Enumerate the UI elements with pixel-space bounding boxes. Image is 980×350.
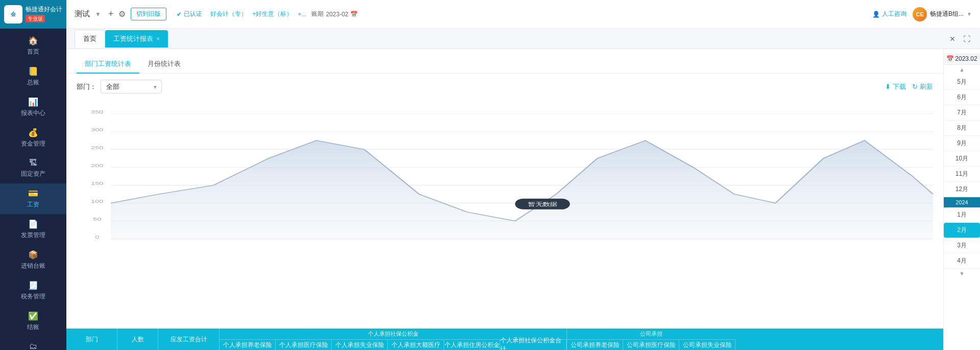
sidebar-item-funds[interactable]: 💰 资金管理	[0, 123, 66, 153]
topbar-dropdown-arrow[interactable]: ▼	[95, 11, 101, 18]
date-up-arrow[interactable]: ▲	[958, 65, 967, 75]
col-count: 人数	[117, 329, 158, 350]
topbar-add-button[interactable]: +	[108, 9, 114, 19]
svg-text:300: 300	[91, 127, 104, 133]
funds-icon: 💰	[28, 128, 38, 137]
sidebar-item-archive[interactable]: 🗂 归档管理	[0, 337, 66, 350]
sidebar: 会 畅捷通好会计 专业版 🏠 首页 📒 总账 📊 报表中心 💰 资金管理 🏗 固…	[0, 0, 66, 350]
topbar-title: 测试	[75, 9, 90, 19]
dept-select-wrapper: 全部	[101, 80, 162, 94]
sidebar-nav: 🏠 首页 📒 总账 📊 报表中心 💰 资金管理 🏗 固定资产 💳 工资 📄 发票…	[0, 29, 66, 350]
subtab-monthly[interactable]: 月份统计表	[139, 55, 189, 74]
sidebar-item-assets[interactable]: 🏗 固定资产	[0, 153, 66, 183]
sidebar-item-salary[interactable]: 💳 工资	[0, 183, 66, 214]
date-panel-icon: 📅	[946, 55, 954, 62]
refresh-button[interactable]: ↻ 刷新	[912, 82, 933, 91]
col-personal-total: 个人承担社保公积金合计	[500, 340, 567, 350]
logo-icon: 会	[4, 5, 22, 24]
invoice-icon: 📄	[28, 219, 38, 229]
date-month-11[interactable]: 11月	[944, 167, 980, 182]
tabbar: 首页 工资统计报表 × ✕ ⛶	[66, 29, 980, 49]
topbar-good-accounting: 好会计（专）	[210, 10, 247, 18]
date-panel-header: 📅 2023.02	[944, 53, 980, 65]
svg-text:250: 250	[91, 145, 104, 151]
date-month-9[interactable]: 9月	[944, 136, 980, 151]
svg-text:200: 200	[91, 163, 104, 169]
dept-label: 部门：	[77, 82, 96, 91]
svg-text:150: 150	[91, 181, 104, 186]
date-2024-month-1[interactable]: 1月	[944, 207, 980, 223]
tab-close-button[interactable]: ×	[156, 35, 160, 42]
switch-old-mode-button[interactable]: 切到旧版	[131, 8, 166, 20]
topbar-settings-button[interactable]: ⚙	[118, 9, 126, 19]
date-month-6[interactable]: 6月	[944, 90, 980, 105]
tab-home[interactable]: 首页	[75, 30, 105, 48]
checkout-icon: ✅	[28, 311, 38, 321]
chart-area: 0 50 100 150 200 250 300 350	[66, 100, 943, 329]
col-dept: 部门	[66, 329, 117, 350]
table-header-row: 部门 人数 应发工资合计 个人承担社保公积金 个人承担养老保险 个人承担医疗保险…	[66, 329, 943, 350]
content-area: 部门工资统计表 月份统计表 部门： 全部	[66, 49, 980, 350]
sidebar-item-home[interactable]: 🏠 首页	[0, 31, 66, 61]
archive-icon: 🗂	[29, 342, 37, 350]
topbar-more: +...	[298, 11, 306, 18]
sidebar-item-tax[interactable]: 🧾 税务管理	[0, 275, 66, 306]
col-group-personal: 个人承担社保公积金 个人承担养老保险 个人承担医疗保险 个人承担失业保险 个人承…	[219, 329, 567, 350]
tab-salary[interactable]: 工资统计报表 ×	[105, 30, 168, 48]
reports-icon: 📊	[28, 97, 38, 107]
sidebar-item-ledger[interactable]: 📒 总账	[0, 61, 66, 92]
sales-icon: 📦	[28, 250, 38, 260]
chart-tooltip-text: 暂无数据	[528, 201, 557, 207]
dept-select[interactable]: 全部	[101, 80, 162, 94]
col-group-company: 公司承担 公司承担养老保险 公司承担医疗保险 公司承担失业保险	[567, 329, 736, 350]
col-total-salary: 应发工资合计	[158, 329, 219, 350]
salary-chart: 0 50 100 150 200 250 300 350	[77, 105, 933, 248]
sidebar-item-reports[interactable]: 📊 报表中心	[0, 92, 66, 123]
help-button[interactable]: 👤 人工咨询	[872, 10, 906, 18]
tax-icon: 🧾	[28, 281, 38, 290]
group-company-label: 公司承担	[567, 329, 736, 340]
calendar-icon[interactable]: 📅	[350, 11, 358, 18]
logo-text: 畅捷通好会计 专业版	[26, 6, 62, 22]
col-personal-medical: 个人承担医疗保险	[276, 340, 332, 350]
home-icon: 🏠	[28, 36, 38, 45]
main-content: 测试 ▼ + ⚙ 切到旧版 ✔ 已认证 好会计（专） +好生意（标） +... …	[66, 0, 980, 350]
date-2024-month-2[interactable]: 2月	[944, 223, 980, 238]
date-month-10[interactable]: 10月	[944, 151, 980, 167]
sidebar-item-invoice[interactable]: 📄 发票管理	[0, 214, 66, 245]
sidebar-logo: 会 畅捷通好会计 专业版	[0, 0, 66, 29]
user-menu[interactable]: CE 畅捷通B组... ▼	[913, 7, 972, 21]
sidebar-item-sales[interactable]: 📦 进销台账	[0, 245, 66, 275]
date-2024-month-4[interactable]: 4月	[944, 253, 980, 269]
col-personal-unemployment: 个人承担失业保险	[332, 340, 388, 350]
col-company-unemployment: 公司承担失业保险	[679, 340, 736, 350]
window-close-button[interactable]: ✕	[947, 34, 958, 44]
date-2024-month-3[interactable]: 3月	[944, 238, 980, 253]
date-month-5[interactable]: 5月	[944, 75, 980, 90]
svg-text:100: 100	[91, 199, 104, 204]
download-button[interactable]: ⬇ 下载	[885, 82, 906, 91]
topbar: 测试 ▼ + ⚙ 切到旧版 ✔ 已认证 好会计（专） +好生意（标） +... …	[66, 0, 980, 29]
col-company-medical: 公司承担医疗保险	[623, 340, 679, 350]
date-month-7[interactable]: 7月	[944, 105, 980, 121]
topbar-status: ✔ 已认证	[177, 10, 202, 18]
page-content: 部门工资统计表 月份统计表 部门： 全部	[66, 49, 943, 350]
svg-text:350: 350	[91, 109, 104, 115]
svg-text:0: 0	[95, 235, 99, 240]
subtab-dept[interactable]: 部门工资统计表	[77, 55, 139, 74]
svg-text:50: 50	[93, 217, 101, 222]
group-personal-cols: 个人承担养老保险 个人承担医疗保险 个人承担失业保险 个人承担大额医疗 个人承担…	[219, 340, 567, 350]
toolbar-left: 部门： 全部	[77, 80, 162, 94]
date-panel: 📅 2023.02 ▲ 5月 6月 7月 8月 9月 10月 11月 12月 2…	[943, 49, 980, 350]
group-company-cols: 公司承担养老保险 公司承担医疗保险 公司承担失业保险	[567, 340, 736, 350]
date-month-8[interactable]: 8月	[944, 121, 980, 136]
col-company-pension: 公司承担养老保险	[567, 340, 623, 350]
col-personal-housing: 个人承担住房公积金	[444, 340, 500, 350]
download-icon: ⬇	[885, 83, 891, 90]
sidebar-item-checkout[interactable]: ✅ 结账	[0, 306, 66, 337]
window-maximize-button[interactable]: ⛶	[962, 34, 972, 44]
refresh-icon: ↻	[912, 83, 918, 90]
topbar-right: 👤 人工咨询 CE 畅捷通B组... ▼	[872, 7, 972, 21]
date-month-12[interactable]: 12月	[944, 182, 980, 197]
date-down-arrow[interactable]: ▼	[958, 269, 967, 278]
